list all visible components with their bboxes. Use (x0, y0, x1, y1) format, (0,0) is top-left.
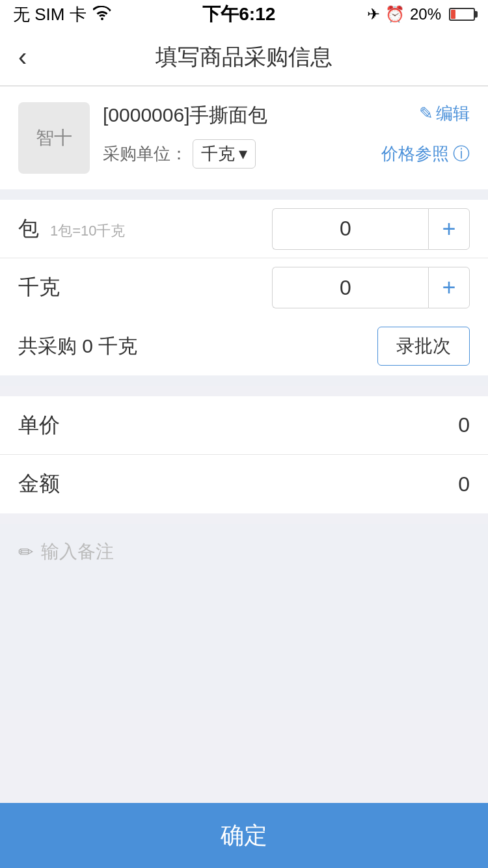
chevron-down-icon: ▾ (239, 144, 247, 164)
status-bar: 无 SIM 卡 下午6:12 ✈ ⏰ 20% (0, 0, 488, 29)
product-image: 智十 (18, 102, 90, 174)
location-icon: ✈ (367, 5, 380, 23)
bottom-spacer (0, 580, 488, 710)
kg-plus-button[interactable]: + (428, 267, 470, 308)
battery-icon (449, 8, 475, 21)
amount-row: 金额 0 (0, 455, 488, 513)
remark-section[interactable]: ✏ 输入备注 (0, 524, 488, 580)
pencil-icon: ✏ (18, 541, 33, 563)
product-name: [0000006]手撕面包 (103, 102, 267, 129)
edit-button[interactable]: ✎ 编辑 (419, 102, 470, 125)
product-info: [0000006]手撕面包 ✎ 编辑 采购单位： 千克 ▾ 价格参照 ⓘ (103, 102, 470, 169)
edit-label: 编辑 (436, 102, 470, 125)
confirm-button[interactable]: 确定 (0, 803, 488, 868)
kg-input-row: 千克 + (0, 258, 488, 317)
kg-label: 千克 (18, 273, 60, 302)
section-divider-2 (0, 375, 488, 386)
summary-text: 共采购 0 千克 (18, 333, 137, 360)
price-section: 单价 0 金额 0 (0, 396, 488, 513)
unit-label: 采购单位： 千克 ▾ (103, 139, 256, 169)
bag-quantity-input[interactable] (272, 208, 428, 250)
kg-input-group: + (272, 267, 470, 308)
wifi-icon (93, 5, 111, 25)
product-logo: 智十 (36, 126, 72, 150)
bag-sub: 1包=10千克 (50, 223, 126, 239)
status-left: 无 SIM 卡 (13, 3, 111, 26)
carrier-label: 无 SIM 卡 (13, 3, 87, 26)
nav-bar: ‹ 填写商品采购信息 (0, 29, 488, 86)
unit-price-value: 0 (458, 413, 470, 437)
price-ref-button[interactable]: 价格参照 ⓘ (381, 142, 470, 165)
section-divider-1 (0, 189, 488, 200)
summary-row: 共采购 0 千克 录批次 (0, 317, 488, 375)
bag-input-group: + (272, 208, 470, 250)
main-content: 智十 [0000006]手撕面包 ✎ 编辑 采购单位： 千克 ▾ (0, 87, 488, 775)
amount-value: 0 (458, 472, 470, 496)
edit-icon: ✎ (419, 103, 433, 124)
alarm-icon: ⏰ (385, 5, 405, 23)
bag-label: 包 1包=10千克 (18, 215, 125, 243)
remark-placeholder: 输入备注 (41, 539, 114, 564)
kg-quantity-input[interactable] (272, 267, 428, 308)
bag-input-row: 包 1包=10千克 + (0, 200, 488, 258)
unit-price-label: 单价 (18, 411, 60, 440)
product-unit-row: 采购单位： 千克 ▾ 价格参照 ⓘ (103, 139, 470, 169)
unit-price-row: 单价 0 (0, 396, 488, 455)
help-icon: ⓘ (453, 142, 470, 165)
unit-selector[interactable]: 千克 ▾ (193, 139, 256, 169)
product-header: [0000006]手撕面包 ✎ 编辑 (103, 102, 470, 129)
amount-label: 金额 (18, 470, 60, 498)
page-title: 填写商品采购信息 (156, 42, 332, 72)
status-time: 下午6:12 (202, 2, 275, 27)
input-section: 包 1包=10千克 + 千克 + (0, 200, 488, 317)
product-card: 智十 [0000006]手撕面包 ✎ 编辑 采购单位： 千克 ▾ (0, 87, 488, 189)
battery-percent: 20% (410, 5, 441, 23)
back-button[interactable]: ‹ (18, 42, 27, 72)
bag-plus-button[interactable]: + (428, 208, 470, 250)
batch-button[interactable]: 录批次 (377, 327, 470, 366)
status-right: ✈ ⏰ 20% (367, 5, 475, 23)
